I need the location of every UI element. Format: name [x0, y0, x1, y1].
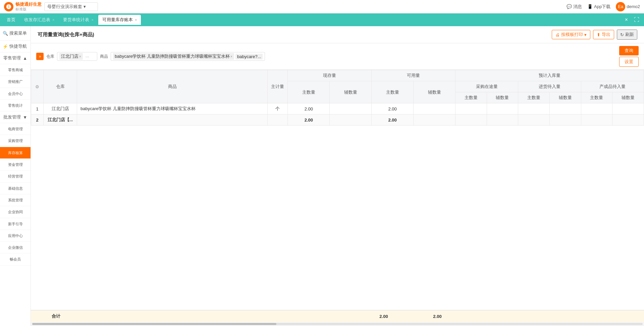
cell-seq: 1: [31, 103, 44, 114]
cell-warehouse: 江北门店【...: [44, 114, 77, 126]
message-icon: 💬: [567, 4, 572, 9]
tab-order-summary[interactable]: 要货单统计表 ×: [59, 15, 97, 25]
sidebar-item-sales-stats[interactable]: 零售统计: [0, 100, 31, 111]
col-stock-main-header: 主数量: [288, 81, 330, 103]
sidebar-item-inventory[interactable]: 库存核算: [0, 147, 31, 159]
table-row: 2 江北门店【... 2.00 2.00: [31, 114, 644, 126]
logo: 畅捷通好生意 标准版: [4, 2, 42, 11]
cell-purchase-main: [455, 114, 487, 126]
goods-tag-1: babycare学饮杯 儿童防摔防撞吸管杯重力球吸嘴杯宝宝水杯 ×: [113, 53, 234, 60]
cell-incoming-main: [518, 114, 550, 126]
goods-tag-2: babycare?...: [235, 54, 263, 59]
tab-home[interactable]: 首页: [3, 17, 19, 23]
tab-close-receive[interactable]: ×: [52, 18, 54, 22]
data-table-container: ⚙ 仓库 商品 主计量 现存量 可用量 预计入库量 主数量 辅数量 主数量 辅数…: [31, 70, 644, 310]
sidebar-item-member-center[interactable]: 会员中心: [0, 88, 31, 100]
app-download-icon: 📱: [587, 4, 593, 9]
search-menu-btn[interactable]: 🔍 搜索菜单: [3, 29, 28, 38]
cell-available-main: 2.00: [372, 114, 414, 126]
scrollbar-track[interactable]: [32, 323, 643, 325]
page-header: 可用量查询(按仓库+商品) 🖨 按模板打印 ▾ ⬆ 导出 ↻ 刷新: [31, 26, 644, 43]
col-available-aux-header: 辅数量: [414, 81, 455, 103]
settings-icon[interactable]: ⚙: [35, 84, 40, 89]
warehouse-more[interactable]: ···: [84, 54, 91, 59]
filter-settings-btn[interactable]: 设置: [619, 57, 639, 67]
col-stock-aux-header: 辅数量: [330, 81, 372, 103]
warehouse-tag-close[interactable]: ×: [79, 55, 81, 58]
sidebar-item-zero-sales-mgmt[interactable]: 零售管理 ▲: [0, 52, 31, 64]
avatar: Ea: [616, 2, 625, 11]
sidebar-item-app-center[interactable]: 应用中心: [0, 230, 31, 242]
cell-warehouse: 江北门店: [44, 103, 77, 114]
sidebar-item-ops-mgmt[interactable]: 经营管理: [0, 171, 31, 182]
refresh-btn[interactable]: ↻ 刷新: [617, 30, 637, 40]
print-btn[interactable]: 🖨 按模板打印 ▾: [552, 30, 590, 39]
cell-produced-aux: [612, 114, 644, 126]
sidebar-item-zero-mall[interactable]: 零售商城: [0, 64, 31, 76]
sidebar-item-ecommerce-mgmt[interactable]: 电商管理: [0, 123, 31, 135]
logo-icon: [4, 2, 13, 11]
horizontal-scrollbar[interactable]: [31, 322, 644, 326]
tab-available-ledger[interactable]: 可用量库存账本 ×: [98, 15, 141, 25]
sidebar-item-member-vip[interactable]: 畅会员: [0, 253, 31, 265]
top-bar-right: 💬 消息 📱 App下载 Ea demo2: [567, 2, 640, 11]
tab-close-order[interactable]: ×: [91, 18, 93, 22]
main-layout: 🔍 搜索菜单 ⚡ 快捷导航 零售管理 ▲ 零售商城 营销推广 会员中心 零售统计…: [0, 26, 644, 326]
filter-bar: » 仓库 江北门店 × ··· 商品 babycare学饮杯 儿童防摔防撞吸管杯…: [31, 43, 644, 70]
top-bar: 畅捷通好生意 标准版 母婴行业演示账套 ▾ 💬 消息 📱 App下载 Ea de…: [0, 0, 644, 13]
cell-stock-aux: [330, 103, 372, 114]
sidebar-item-enterprise-wechat[interactable]: 企业微信: [0, 242, 31, 253]
close-all-tabs-btn[interactable]: ×: [623, 16, 630, 24]
col-available-main-header: 主数量: [372, 81, 414, 103]
sidebar-item-system-mgmt[interactable]: 系统管理: [0, 194, 31, 206]
cell-incoming-aux: [549, 103, 581, 114]
sidebar-item-wholesale-mgmt[interactable]: 批发管理 ▼: [0, 111, 31, 123]
col-produced-aux-header: 辅数量: [612, 92, 644, 103]
cell-available-main: 2.00: [372, 103, 414, 114]
expand-icon-2: ▼: [23, 115, 27, 120]
scrollbar-thumb[interactable]: [32, 323, 276, 325]
industry-selector[interactable]: 母婴行业演示账套 ▾: [44, 2, 98, 11]
col-purchase-group-header: 采购在途量: [455, 81, 518, 92]
query-btn[interactable]: 查询: [619, 46, 639, 55]
nav-right-actions: × ⛶: [623, 16, 641, 24]
footer-label: 合计: [48, 313, 82, 319]
tab-receive-summary[interactable]: 收发存汇总表 ×: [20, 15, 58, 25]
quick-nav-btn[interactable]: ⚡ 快捷导航: [0, 41, 31, 52]
col-incoming-main-group-header: 进货待入量: [518, 81, 581, 92]
goods-filter-tags[interactable]: babycare学饮杯 儿童防摔防撞吸管杯重力球吸嘴杯宝宝水杯 × babyca…: [111, 52, 265, 61]
fullscreen-btn[interactable]: ⛶: [632, 16, 641, 24]
warehouse-filter-tags[interactable]: 江北门店 × ···: [57, 52, 97, 61]
user-avatar-area[interactable]: Ea demo2: [616, 2, 640, 11]
content-area: 可用量查询(按仓库+商品) 🖨 按模板打印 ▾ ⬆ 导出 ↻ 刷新 »: [31, 26, 644, 326]
cell-stock-aux: [330, 114, 372, 126]
sidebar-item-enterprise-collab[interactable]: 企业协同: [0, 206, 31, 218]
col-produced-group-header: 产成品待入量: [581, 81, 644, 92]
sidebar-item-new-guide[interactable]: 新手引导: [0, 218, 31, 230]
col-settings-header[interactable]: ⚙: [31, 70, 44, 103]
export-btn[interactable]: ⬆ 导出: [593, 30, 614, 39]
warehouse-tag: 江北门店 ×: [59, 53, 83, 60]
cell-goods: [77, 114, 268, 126]
cell-stock-main: 2.00: [288, 114, 330, 126]
data-table: ⚙ 仓库 商品 主计量 现存量 可用量 预计入库量 主数量 辅数量 主数量 辅数…: [31, 70, 644, 126]
tab-close-available[interactable]: ×: [135, 18, 137, 22]
filter-expand-btn[interactable]: »: [36, 53, 44, 60]
cell-stock-main: 2.00: [288, 103, 330, 114]
sidebar-item-basic-info[interactable]: 基础信息: [0, 183, 31, 194]
goods-tag-1-close[interactable]: ×: [230, 55, 232, 58]
chevron-down-icon: ▾: [84, 4, 86, 9]
message-btn[interactable]: 💬 消息: [567, 4, 582, 10]
sidebar-search-area: 🔍 搜索菜单: [0, 26, 31, 41]
cell-available-aux: [414, 114, 455, 126]
expand-icon: ▲: [23, 56, 27, 61]
footer-stock-main: 2.00: [370, 314, 397, 319]
page-title: 可用量查询(按仓库+商品): [38, 32, 94, 38]
cell-available-aux: [414, 103, 455, 114]
sidebar-item-purchase-mgmt[interactable]: 采购管理: [0, 135, 31, 147]
sidebar-item-marketing[interactable]: 营销推广: [0, 76, 31, 88]
app-download-btn[interactable]: 📱 App下载: [587, 4, 610, 10]
sidebar-item-finance-mgmt[interactable]: 资金管理: [0, 159, 31, 171]
col-incoming-main-header: 主数量: [518, 92, 550, 103]
cell-purchase-aux: [487, 103, 518, 114]
